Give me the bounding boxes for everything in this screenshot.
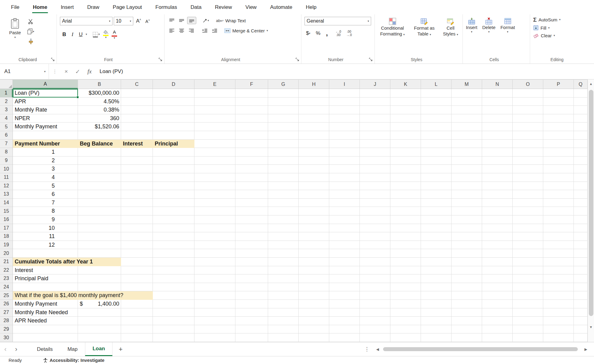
scroll-up-icon[interactable]: ▲ xyxy=(588,82,594,86)
menu-view[interactable]: View xyxy=(245,0,257,14)
horizontal-scrollbar[interactable] xyxy=(382,347,582,351)
column-header-A[interactable]: A xyxy=(13,80,78,89)
autosum-button[interactable]: Σ AutoSum ▾ xyxy=(533,17,585,23)
insert-function-icon[interactable]: fx xyxy=(84,68,95,75)
row-header-29[interactable]: 29 xyxy=(0,325,13,334)
row-header-24[interactable]: 24 xyxy=(0,283,13,292)
row-header-21[interactable]: 21 xyxy=(0,258,13,266)
increase-font-size-button[interactable]: A˄ xyxy=(135,17,143,25)
decrease-decimal-button[interactable]: .00 →.0 xyxy=(345,30,353,37)
fill-button[interactable]: Fill ▾ xyxy=(533,25,585,31)
column-header-Q[interactable]: Q xyxy=(574,80,588,89)
cell-A1[interactable]: Loan (PV) xyxy=(13,89,78,97)
format-as-table-button[interactable]: Format as Table ▾ xyxy=(412,17,436,37)
menu-data[interactable]: Data xyxy=(190,0,201,14)
cell-A13[interactable]: 6 xyxy=(13,190,78,199)
cell-A18[interactable]: 11 xyxy=(13,232,78,241)
menu-formulas[interactable]: Formulas xyxy=(155,0,177,14)
menu-file[interactable]: File xyxy=(11,0,19,14)
scroll-right-icon[interactable]: ▶ xyxy=(582,347,590,351)
align-left-button[interactable] xyxy=(168,27,176,34)
clear-button[interactable]: Clear ▾ xyxy=(533,33,585,38)
row-header-14[interactable]: 14 xyxy=(0,199,13,207)
cell-A17[interactable]: 10 xyxy=(13,224,78,233)
cell-C7[interactable]: Interest xyxy=(121,140,153,148)
italic-button[interactable]: I xyxy=(69,31,76,38)
row-header-22[interactable]: 22 xyxy=(0,266,13,275)
column-header-J[interactable]: J xyxy=(360,80,390,89)
row-header-4[interactable]: 4 xyxy=(0,114,13,123)
paste-button[interactable]: Paste ▾ xyxy=(6,17,24,46)
column-header-E[interactable]: E xyxy=(194,80,235,89)
top-align-button[interactable] xyxy=(168,17,176,24)
column-header-O[interactable]: O xyxy=(513,80,543,89)
cell-B2[interactable]: 4.50% xyxy=(78,97,121,106)
cell-A5[interactable]: Monthly Payment xyxy=(13,123,78,131)
font-name-combobox[interactable]: Arial ▾ xyxy=(60,17,113,25)
cell-A28[interactable]: APR Needed xyxy=(13,317,78,325)
row-header-2[interactable]: 2 xyxy=(0,97,13,106)
percent-format-button[interactable]: % xyxy=(314,29,322,38)
cell-A21[interactable]: Cumulative Totals after Year 1 xyxy=(13,258,121,266)
select-all-corner[interactable] xyxy=(0,79,13,89)
cell-A16[interactable]: 9 xyxy=(13,215,78,224)
column-header-F[interactable]: F xyxy=(235,80,268,89)
fill-handle[interactable] xyxy=(76,96,79,98)
menu-draw[interactable]: Draw xyxy=(87,0,99,14)
copy-button[interactable]: ▾ xyxy=(26,27,36,36)
orientation-button[interactable]: ▾ xyxy=(201,17,211,24)
underline-dropdown-icon[interactable]: ▾ xyxy=(86,33,87,36)
underline-button[interactable]: U xyxy=(76,31,85,38)
cell-A9[interactable]: 2 xyxy=(13,156,78,165)
cell-A25[interactable]: What if the goal is $1,400 monthly payme… xyxy=(13,291,153,300)
row-header-5[interactable]: 5 xyxy=(0,123,13,131)
cell-D7[interactable]: Principal xyxy=(153,140,194,148)
cell-A14[interactable]: 7 xyxy=(13,199,78,207)
cell-A11[interactable]: 4 xyxy=(13,173,78,182)
horizontal-scroll-thumb[interactable] xyxy=(383,347,578,351)
row-header-17[interactable]: 17 xyxy=(0,224,13,233)
format-cells-button[interactable]: Format ▾ xyxy=(500,17,515,33)
column-header-H[interactable]: H xyxy=(299,80,329,89)
row-header-15[interactable]: 15 xyxy=(0,207,13,215)
insert-cells-button[interactable]: Insert ▾ xyxy=(466,17,478,33)
cell-A2[interactable]: APR xyxy=(13,97,78,106)
vertical-scroll-thumb[interactable] xyxy=(589,90,593,316)
cell-A26[interactable]: Monthly Payment xyxy=(13,300,78,308)
sheet-tab-details[interactable]: Details xyxy=(30,342,60,356)
scroll-left-icon[interactable]: ◀ xyxy=(374,347,382,351)
row-header-10[interactable]: 10 xyxy=(0,165,13,173)
menu-page-layout[interactable]: Page Layout xyxy=(113,0,142,14)
sheet-tab-loan[interactable]: Loan xyxy=(85,342,113,356)
menu-home[interactable]: Home xyxy=(33,0,47,14)
add-sheet-button[interactable]: + xyxy=(113,345,129,353)
column-header-N[interactable]: N xyxy=(482,80,513,89)
cell-A27[interactable]: Monthly Rate Needed xyxy=(13,308,78,317)
cell-A22[interactable]: Interest xyxy=(13,266,78,275)
cell-B7[interactable]: Beg Balance xyxy=(78,140,121,148)
row-header-27[interactable]: 27 xyxy=(0,308,13,317)
format-painter-button[interactable] xyxy=(26,37,36,46)
row-header-8[interactable]: 8 xyxy=(0,148,13,156)
sheet-options-kebab-icon[interactable]: ⋮ xyxy=(360,346,374,352)
wrap-text-button[interactable]: ab↩ Wrap Text xyxy=(216,18,246,23)
row-header-6[interactable]: 6 xyxy=(0,131,13,140)
cell-A7[interactable]: Payment Number xyxy=(13,140,78,148)
row-header-16[interactable]: 16 xyxy=(0,215,13,224)
column-header-B[interactable]: B xyxy=(78,80,121,89)
grid-cells[interactable]: Loan (PV)$300,000.00APR4.50%Monthly Rate… xyxy=(13,89,588,342)
row-header-25[interactable]: 25 xyxy=(0,291,13,300)
row-header-7[interactable]: 7 xyxy=(0,140,13,148)
cell-A3[interactable]: Monthly Rate xyxy=(13,106,78,114)
cell-A15[interactable]: 8 xyxy=(13,207,78,215)
number-dialog-launcher-icon[interactable] xyxy=(369,57,373,61)
merge-center-button[interactable]: Merge & Center ▾ xyxy=(224,28,268,33)
column-header-C[interactable]: C xyxy=(121,80,153,89)
row-header-9[interactable]: 9 xyxy=(0,156,13,165)
cut-button[interactable] xyxy=(26,17,36,26)
cancel-icon[interactable]: × xyxy=(61,68,72,75)
menu-automate[interactable]: Automate xyxy=(270,0,292,14)
font-color-button[interactable]: A ▾ xyxy=(110,29,118,40)
cell-B4[interactable]: 360 xyxy=(78,114,121,123)
scroll-down-icon[interactable]: ▼ xyxy=(588,325,594,329)
